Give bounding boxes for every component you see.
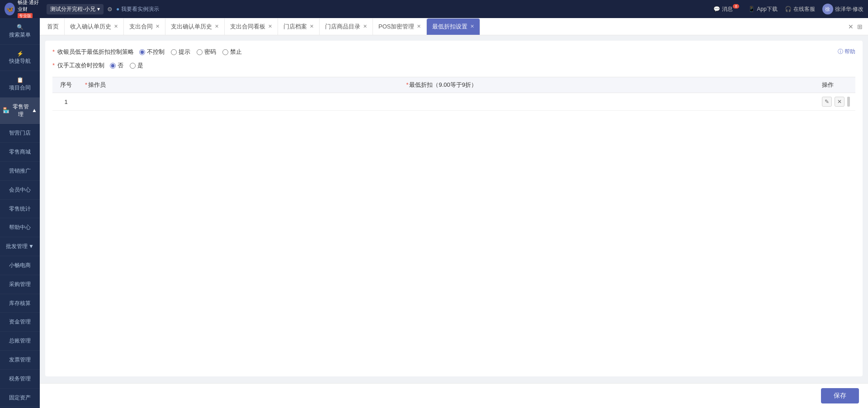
table-container: 序号 *操作员 *最低折扣（9.00等于9折） 操作: [52, 77, 855, 111]
sidebar-item-retail[interactable]: 🏪 零售管理 ▲: [0, 98, 40, 124]
retail-arrow-icon: ▲: [32, 107, 37, 114]
tab-income-history-label: 收入确认单历史: [70, 23, 111, 31]
sidebar-item-retail-mall[interactable]: 零售商城: [0, 143, 40, 162]
row-edit-btn[interactable]: ✎: [822, 97, 832, 107]
radio-forbidden-label: 禁止: [230, 48, 242, 56]
main-layout: 🔍 搜索菜单 ⚡ 快捷导航 📋 项目合同 🏪 零售管理 ▲ 智营门店 零售商城 …: [0, 18, 868, 408]
sidebar-label-inventory: 库存核算: [3, 300, 37, 307]
user-name: 徐泽华·修改: [835, 5, 863, 13]
tab-payment-contract-label: 支出合同: [129, 23, 153, 31]
tab-maximize-btn[interactable]: ⊞: [857, 23, 863, 30]
message-icon: 💬: [713, 6, 720, 12]
sidebar-item-marketing[interactable]: 营销推广: [0, 162, 40, 181]
header-right: 💬 消息 8 📱 App下载 🎧 在线客服 徐 徐泽华·修改: [713, 4, 863, 14]
sidebar-item-help[interactable]: 帮助中心: [0, 218, 40, 237]
tab-payment-board-label: 支出合同看板: [230, 23, 265, 31]
radio-no-control[interactable]: 不控制: [139, 48, 165, 56]
sidebar-label-retail-mall: 零售商城: [3, 148, 37, 156]
tab-income-history-close[interactable]: ✕: [114, 23, 118, 29]
row-delete-btn[interactable]: ✕: [835, 97, 844, 107]
tab-bar: 首页 收入确认单历史 ✕ 支出合同 ✕ 支出确认单历史 ✕ 支出合同看板 ✕ 门…: [40, 18, 868, 35]
td-action: ✎ ✕: [816, 93, 855, 111]
sidebar-item-projects[interactable]: 📋 项目合同: [0, 71, 40, 98]
pro-badge: 专业版: [18, 13, 33, 19]
tab-pos-password[interactable]: POS加密管理 ✕: [373, 19, 427, 35]
help-link-text: 帮助: [844, 48, 855, 56]
project-name: 测试分开完程-小兄: [50, 5, 95, 13]
messages-action[interactable]: 💬 消息 8: [713, 5, 741, 13]
save-button[interactable]: 保存: [821, 388, 859, 403]
tab-payment-contract[interactable]: 支出合同 ✕: [124, 19, 165, 35]
radio-manual-no[interactable]: 否: [110, 61, 123, 70]
sidebar-item-ledger[interactable]: 总账管理: [0, 332, 40, 351]
tab-store-products[interactable]: 门店商品目录 ✕: [320, 19, 373, 35]
search-icon: 🔍: [3, 23, 37, 31]
tab-payment-history[interactable]: 支出确认单历史 ✕: [165, 19, 225, 35]
radio-remind-label: 提示: [179, 48, 190, 56]
discount-policy-label: * 收银员低于最低折扣控制策略: [52, 48, 134, 56]
sidebar-item-tax[interactable]: 税务管理: [0, 370, 40, 389]
sidebar-item-wholesale[interactable]: 批发管理 ▼: [0, 237, 40, 256]
sidebar-item-fixed-assets[interactable]: 固定资产: [0, 389, 40, 408]
th-min-discount: *最低折扣（9.00等于9折）: [401, 77, 816, 93]
sidebar-item-members[interactable]: 会员中心: [0, 181, 40, 200]
sidebar-item-invoice[interactable]: 发票管理: [0, 351, 40, 370]
sidebar-item-smart-store[interactable]: 智营门店: [0, 124, 40, 143]
sidebar-label-ledger: 总账管理: [3, 337, 37, 345]
tab-payment-contract-close[interactable]: ✕: [156, 23, 160, 29]
manual-control-label: * 仅手工改价时控制: [52, 61, 104, 70]
sidebar-item-search[interactable]: 🔍 搜索菜单: [0, 18, 40, 45]
tab-pos-password-label: POS加密管理: [378, 23, 414, 31]
row-drag-handle[interactable]: [847, 97, 850, 107]
radio-password[interactable]: 密码: [197, 48, 216, 56]
tab-income-history[interactable]: 收入确认单历史 ✕: [65, 19, 124, 35]
tab-pos-password-close[interactable]: ✕: [417, 23, 421, 29]
radio-remind-input[interactable]: [171, 49, 177, 55]
app-download-action[interactable]: 📱 App下载: [748, 5, 777, 13]
sidebar-item-retail-stats[interactable]: 零售统计: [0, 200, 40, 219]
radio-manual-no-input[interactable]: [110, 63, 116, 69]
sidebar-label-finance: 资金管理: [3, 318, 37, 326]
online-service-action[interactable]: 🎧 在线客服: [785, 5, 815, 13]
tab-store-archive-close[interactable]: ✕: [310, 23, 314, 29]
help-link[interactable]: ⓘ 帮助: [838, 48, 855, 56]
service-icon: 🎧: [785, 6, 792, 12]
logo-icon: 🦋: [5, 3, 15, 15]
sidebar-item-shortcuts[interactable]: ⚡ 快捷导航: [0, 45, 40, 71]
th-seq: 序号: [52, 77, 80, 93]
sidebar-item-purchase[interactable]: 采购管理: [0, 275, 40, 294]
tab-payment-board-close[interactable]: ✕: [268, 23, 272, 29]
settings-icon[interactable]: ⚙: [107, 6, 113, 13]
radio-forbidden-input[interactable]: [222, 49, 228, 55]
user-action[interactable]: 徐 徐泽华·修改: [822, 4, 863, 14]
radio-manual-yes-input[interactable]: [130, 63, 136, 69]
tab-payment-board[interactable]: 支出合同看板 ✕: [225, 19, 278, 35]
tab-store-archive[interactable]: 门店档案 ✕: [278, 19, 320, 35]
radio-forbidden[interactable]: 禁止: [222, 48, 242, 56]
radio-password-input[interactable]: [197, 49, 203, 55]
tab-store-products-close[interactable]: ✕: [363, 23, 367, 29]
radio-no-control-input[interactable]: [139, 49, 145, 55]
sidebar-item-ecommerce[interactable]: 小畅电商: [0, 256, 40, 275]
sidebar-label-tax: 税务管理: [3, 375, 37, 383]
content-card: ⓘ 帮助 * 收银员低于最低折扣控制策略 不控制: [45, 41, 863, 376]
tab-close-all-btn[interactable]: ✕: [848, 23, 854, 30]
tab-min-discount-close[interactable]: ✕: [470, 23, 474, 29]
sidebar-item-finance[interactable]: 资金管理: [0, 313, 40, 332]
tab-home-label: 首页: [47, 23, 59, 31]
top-header: 🦋 畅捷·通好业财 专业版 测试分开完程-小兄 ▾ ⚙ ● 我要看实例演示 💬 …: [0, 0, 868, 18]
tab-payment-history-close[interactable]: ✕: [215, 23, 219, 29]
tab-home[interactable]: 首页: [42, 19, 65, 35]
radio-remind[interactable]: 提示: [171, 48, 190, 56]
tab-min-discount[interactable]: 最低折扣设置 ✕: [427, 19, 480, 35]
wholesale-arrow-icon: ▼: [28, 243, 34, 250]
radio-manual-yes[interactable]: 是: [130, 61, 143, 70]
tab-min-discount-label: 最低折扣设置: [432, 23, 467, 31]
discount-required-star: *: [52, 48, 55, 55]
form-section: ⓘ 帮助 * 收银员低于最低折扣控制策略 不控制: [52, 48, 855, 70]
sidebar-item-inventory[interactable]: 库存核算: [0, 294, 40, 313]
project-selector[interactable]: 测试分开完程-小兄 ▾: [47, 4, 104, 14]
sidebar-label-projects: 项目合同: [3, 84, 37, 92]
demo-link[interactable]: ● 我要看实例演示: [116, 5, 159, 13]
radio-password-label: 密码: [204, 48, 216, 56]
